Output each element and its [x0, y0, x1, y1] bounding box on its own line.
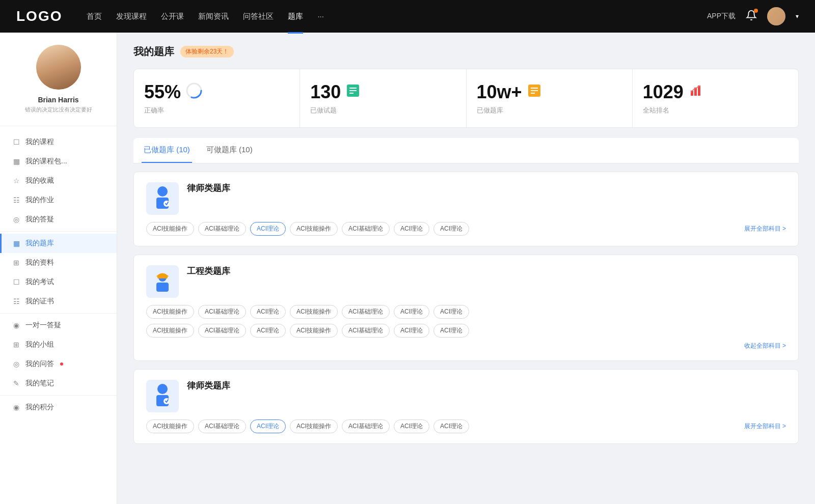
user-avatar	[36, 45, 81, 90]
tag-3-5[interactable]: ACI理论	[394, 419, 429, 433]
question-icon: ◎	[12, 215, 20, 223]
extra-tag-2-4[interactable]: ACI基础理论	[342, 324, 390, 338]
sidebar-item-label: 我的考试	[25, 277, 54, 287]
qbank-card-3: 律师类题库 ACI技能操作 ACI基础理论 ACI理论 ACI技能操作 ACI基…	[133, 369, 799, 444]
tag-3-2[interactable]: ACI理论	[250, 419, 286, 433]
tag-1-0[interactable]: ACI技能操作	[146, 222, 194, 236]
tag-2-5[interactable]: ACI理论	[394, 305, 429, 319]
svg-point-22	[164, 398, 170, 404]
extra-tag-2-5[interactable]: ACI理论	[394, 324, 429, 338]
tag-2-0[interactable]: ACI技能操作	[146, 305, 194, 319]
qbank-icon-lawyer	[146, 182, 179, 215]
homework-icon: ☷	[12, 196, 20, 204]
sidebar-item-favorites[interactable]: ☆ 我的收藏	[0, 171, 117, 190]
user-avatar-image	[36, 45, 81, 90]
trial-badge: 体验剩余23天！	[180, 46, 234, 58]
tag-1-6[interactable]: ACI理论	[433, 222, 469, 236]
nav-news[interactable]: 新闻资讯	[198, 10, 229, 23]
qbank-info-2: 工程类题库	[187, 265, 230, 278]
qbank-card-1: 律师类题库 ACI技能操作 ACI基础理论 ACI理论 ACI技能操作 ACI基…	[133, 172, 799, 246]
chevron-down-icon[interactable]: ▾	[796, 13, 799, 20]
extra-tag-2-2[interactable]: ACI理论	[250, 324, 286, 338]
tag-1-3[interactable]: ACI技能操作	[290, 222, 338, 236]
star-icon: ☆	[12, 177, 20, 185]
bar-chart-icon: ▦	[12, 157, 20, 165]
navbar: LOGO 首页 发现课程 公开课 新闻资讯 问答社区 题库 ··· APP下载 …	[0, 0, 815, 33]
sidebar-profile: Brian Harris 错误的决定比没有决定要好	[0, 45, 117, 126]
qbank-header-1: 律师类题库	[146, 182, 786, 215]
nav-open-course[interactable]: 公开课	[161, 10, 184, 23]
app-download-link[interactable]: APP下载	[707, 12, 736, 21]
sidebar-item-qa[interactable]: ◎ 我的答疑	[0, 210, 117, 229]
sidebar-item-points[interactable]: ◉ 我的积分	[0, 398, 117, 417]
page-wrapper: Brian Harris 错误的决定比没有决定要好 ☐ 我的课程 ▦ 我的课程包…	[0, 33, 815, 504]
tags-row-3: ACI技能操作 ACI基础理论 ACI理论 ACI技能操作 ACI基础理论 AC…	[146, 419, 786, 433]
sidebar-item-my-data[interactable]: ⊞ 我的资料	[0, 253, 117, 272]
nav-more[interactable]: ···	[317, 10, 324, 23]
sidebar-item-course-packages[interactable]: ▦ 我的课程包...	[0, 152, 117, 171]
sidebar-item-my-courses[interactable]: ☐ 我的课程	[0, 132, 117, 152]
avatar[interactable]	[767, 7, 785, 25]
tag-2-1[interactable]: ACI基础理论	[198, 305, 246, 319]
sidebar-divider-2	[0, 313, 117, 314]
tag-1-2[interactable]: ACI理论	[250, 222, 286, 236]
stat-accuracy: 55% 正确率	[134, 69, 300, 127]
sidebar-item-label: 一对一答疑	[25, 321, 61, 330]
sidebar-item-questionbank[interactable]: ▦ 我的题库	[0, 234, 117, 253]
expand-link-1[interactable]: 展开全部科目 >	[744, 225, 786, 233]
nav-home[interactable]: 首页	[87, 10, 102, 23]
tag-3-6[interactable]: ACI理论	[433, 419, 469, 433]
navbar-right: APP下载 ▾	[707, 7, 799, 25]
tag-2-3[interactable]: ACI技能操作	[290, 305, 338, 319]
nav-qa[interactable]: 问答社区	[243, 10, 274, 23]
tag-3-0[interactable]: ACI技能操作	[146, 419, 194, 433]
stat-site-rank: 1029 全站排名	[633, 69, 798, 127]
sidebar-item-certificates[interactable]: ☷ 我的证书	[0, 292, 117, 311]
extra-tag-2-6[interactable]: ACI理论	[433, 324, 469, 338]
sidebar-item-exams[interactable]: ☐ 我的考试	[0, 272, 117, 292]
extra-tag-2-0[interactable]: ACI技能操作	[146, 324, 194, 338]
tags-row-2: ACI技能操作 ACI基础理论 ACI理论 ACI技能操作 ACI基础理论 AC…	[146, 305, 786, 319]
tag-1-5[interactable]: ACI理论	[394, 222, 429, 236]
exam-icon: ☐	[12, 278, 20, 286]
sidebar-item-label: 我的问答	[25, 359, 54, 369]
stat-top-done-banks: 10w+	[477, 81, 622, 103]
done-questions-value: 130	[310, 81, 341, 103]
sidebar-item-label: 我的作业	[25, 195, 54, 205]
sidebar-item-label: 我的积分	[25, 403, 54, 412]
nav-questionbank[interactable]: 题库	[288, 10, 303, 23]
tab-available-banks[interactable]: 可做题库 (10)	[204, 138, 255, 163]
expand-link-3[interactable]: 展开全部科目 >	[744, 422, 786, 431]
main-content: 我的题库 体验剩余23天！ 55% 正确率 13	[117, 33, 815, 504]
sidebar-item-label: 我的题库	[25, 239, 54, 248]
tag-1-1[interactable]: ACI基础理论	[198, 222, 246, 236]
qbank-title-2: 工程类题库	[187, 265, 230, 277]
tag-2-6[interactable]: ACI理论	[433, 305, 469, 319]
site-rank-label: 全站排名	[643, 106, 788, 115]
sidebar-item-groups[interactable]: ⊞ 我的小组	[0, 335, 117, 354]
notification-bell[interactable]	[746, 10, 757, 23]
group-icon: ⊞	[12, 341, 20, 349]
tag-3-3[interactable]: ACI技能操作	[290, 419, 338, 433]
sidebar-item-homework[interactable]: ☷ 我的作业	[0, 190, 117, 210]
sidebar-item-my-questions[interactable]: ◎ 我的问答	[0, 354, 117, 374]
tag-3-4[interactable]: ACI基础理论	[342, 419, 390, 433]
collapse-link-2[interactable]: 收起全部科目 >	[744, 342, 786, 350]
done-banks-label: 已做题库	[477, 106, 622, 115]
qbank-title-3: 律师类题库	[187, 380, 230, 391]
sidebar-item-tutoring[interactable]: ◉ 一对一答疑	[0, 316, 117, 335]
qbank-info-1: 律师类题库	[187, 182, 230, 195]
extra-tag-2-3[interactable]: ACI技能操作	[290, 324, 338, 338]
tag-3-1[interactable]: ACI基础理论	[198, 419, 246, 433]
accuracy-label: 正确率	[144, 106, 289, 115]
tab-done-banks[interactable]: 已做题库 (10)	[142, 138, 192, 163]
extra-tag-2-1[interactable]: ACI基础理论	[198, 324, 246, 338]
tag-2-2[interactable]: ACI理论	[250, 305, 286, 319]
logo[interactable]: LOGO	[16, 8, 62, 24]
nav-discover[interactable]: 发现课程	[116, 10, 147, 23]
sidebar-item-notes[interactable]: ✎ 我的笔记	[0, 374, 117, 393]
accuracy-icon	[186, 82, 202, 102]
tag-2-4[interactable]: ACI基础理论	[342, 305, 390, 319]
tag-1-4[interactable]: ACI基础理论	[342, 222, 390, 236]
people-icon: ⊞	[12, 259, 20, 267]
